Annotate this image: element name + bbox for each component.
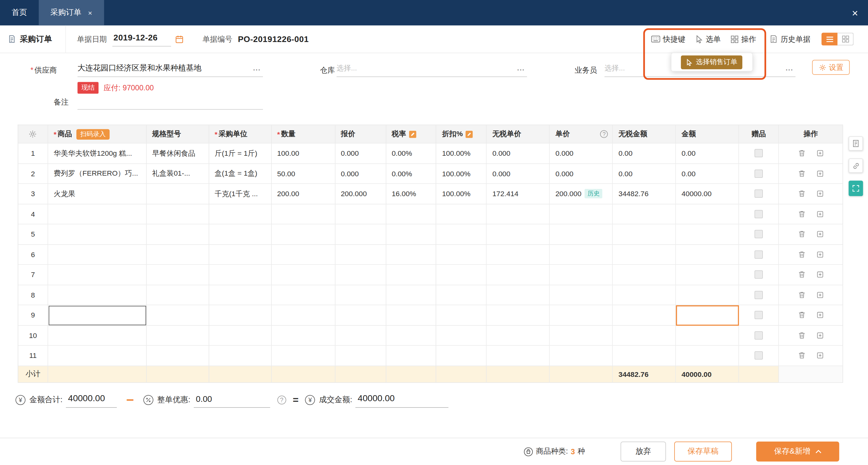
cell-unit-price[interactable] bbox=[550, 285, 613, 305]
cell-spec[interactable] bbox=[147, 244, 209, 265]
cell-notax-price[interactable] bbox=[487, 224, 550, 244]
history-badge[interactable]: 历史 bbox=[585, 189, 602, 198]
delete-row-icon[interactable] bbox=[797, 250, 806, 258]
cell-unit[interactable] bbox=[209, 305, 272, 325]
gift-checkbox[interactable] bbox=[755, 230, 763, 238]
window-close-icon[interactable]: × bbox=[852, 7, 858, 18]
add-copy-row-icon[interactable] bbox=[816, 270, 824, 279]
cell-qty[interactable]: 50.00 bbox=[272, 164, 336, 184]
doc-date-input[interactable]: 2019-12-26 bbox=[112, 32, 171, 47]
cell-amount[interactable]: 0.00 bbox=[676, 143, 739, 164]
cell-tax[interactable]: 0.00% bbox=[386, 143, 436, 164]
cell-qty[interactable] bbox=[272, 224, 336, 244]
cell-unit[interactable] bbox=[209, 346, 272, 366]
cell-notax-price[interactable] bbox=[487, 244, 550, 265]
cell-unit-price[interactable] bbox=[550, 244, 613, 265]
cell-discount[interactable]: 100.00% bbox=[436, 143, 487, 164]
cell-amount[interactable] bbox=[676, 265, 739, 285]
cell-tax[interactable] bbox=[386, 285, 436, 305]
edit-discount-icon[interactable] bbox=[466, 130, 473, 138]
cell-quote[interactable] bbox=[335, 265, 386, 285]
cell-quote[interactable] bbox=[335, 346, 386, 366]
delete-row-icon[interactable] bbox=[797, 210, 806, 218]
cell-qty[interactable] bbox=[272, 305, 336, 325]
cell-spec[interactable] bbox=[147, 184, 209, 204]
column-settings-header[interactable] bbox=[18, 125, 48, 143]
expand-tool-button[interactable] bbox=[849, 181, 863, 196]
cell-spec[interactable] bbox=[147, 285, 209, 305]
select-sales-order-button[interactable]: 选择销售订单 bbox=[681, 55, 742, 69]
history-documents-button[interactable]: 历史单据 bbox=[770, 34, 811, 44]
add-copy-row-icon[interactable] bbox=[816, 331, 824, 339]
cell-notax-amount[interactable]: 0.00 bbox=[613, 143, 676, 164]
add-copy-row-icon[interactable] bbox=[816, 149, 824, 157]
cell-amount[interactable] bbox=[676, 204, 739, 224]
add-copy-row-icon[interactable] bbox=[816, 351, 824, 359]
cell-spec[interactable] bbox=[147, 325, 209, 346]
cell-tax[interactable] bbox=[386, 325, 436, 346]
save-draft-button[interactable]: 保存草稿 bbox=[674, 442, 732, 462]
link-tool-button[interactable] bbox=[849, 158, 863, 173]
gift-checkbox[interactable] bbox=[755, 169, 763, 177]
add-copy-row-icon[interactable] bbox=[816, 190, 824, 198]
cell-notax-price[interactable] bbox=[487, 285, 550, 305]
cell-notax-amount[interactable] bbox=[613, 265, 676, 285]
cell-quote[interactable]: 200.000 bbox=[335, 184, 386, 204]
cell-notax-amount[interactable] bbox=[613, 305, 676, 325]
cell-discount[interactable] bbox=[436, 305, 487, 325]
cell-quote[interactable] bbox=[335, 224, 386, 244]
list-view-toggle[interactable] bbox=[822, 32, 838, 45]
page-tab-purchase-order[interactable]: 采购订单 bbox=[0, 26, 66, 53]
cell-product[interactable] bbox=[48, 224, 147, 244]
cell-notax-amount[interactable] bbox=[613, 244, 676, 265]
cell-discount[interactable] bbox=[436, 244, 487, 265]
cell-notax-price[interactable] bbox=[487, 265, 550, 285]
cell-product[interactable]: 火龙果 bbox=[48, 184, 147, 204]
cell-quote[interactable] bbox=[335, 204, 386, 224]
cell-notax-price[interactable] bbox=[487, 325, 550, 346]
cell-unit[interactable] bbox=[209, 244, 272, 265]
grid-view-toggle[interactable] bbox=[838, 32, 854, 45]
delete-row-icon[interactable] bbox=[797, 149, 806, 157]
cell-unit-price[interactable] bbox=[550, 346, 613, 366]
cell-notax-amount[interactable]: 34482.76 bbox=[613, 184, 676, 204]
cell-notax-price[interactable]: 0.000 bbox=[487, 164, 550, 184]
cell-qty[interactable] bbox=[272, 325, 336, 346]
cell-notax-amount[interactable] bbox=[613, 204, 676, 224]
cell-notax-price[interactable] bbox=[487, 204, 550, 224]
gift-checkbox[interactable] bbox=[755, 250, 763, 258]
cell-spec[interactable]: 早餐休闲食品 bbox=[147, 143, 209, 164]
gift-checkbox[interactable] bbox=[755, 291, 763, 299]
cell-discount[interactable]: 100.00% bbox=[436, 184, 487, 204]
salesperson-more-button[interactable]: ... bbox=[783, 64, 796, 72]
cell-amount[interactable]: 40000.00 bbox=[676, 184, 739, 204]
gift-checkbox[interactable] bbox=[755, 331, 763, 339]
cell-unit[interactable]: 千克(1千克 ... bbox=[209, 184, 272, 204]
save-and-new-button[interactable]: 保存&新增 bbox=[756, 442, 839, 462]
delete-row-icon[interactable] bbox=[797, 311, 806, 319]
cell-discount[interactable] bbox=[436, 285, 487, 305]
delete-row-icon[interactable] bbox=[797, 169, 806, 177]
cell-tax[interactable]: 16.00% bbox=[386, 184, 436, 204]
order-discount-input[interactable]: 0.00 bbox=[193, 393, 270, 407]
delete-row-icon[interactable] bbox=[797, 230, 806, 238]
delete-row-icon[interactable] bbox=[797, 190, 806, 198]
cell-unit[interactable] bbox=[209, 325, 272, 346]
cell-quote[interactable] bbox=[335, 285, 386, 305]
gift-checkbox[interactable] bbox=[755, 351, 763, 359]
cell-unit[interactable] bbox=[209, 204, 272, 224]
cell-quote[interactable] bbox=[335, 325, 386, 346]
delete-row-icon[interactable] bbox=[797, 270, 806, 279]
edit-tax-icon[interactable] bbox=[409, 130, 416, 138]
cell-product[interactable] bbox=[48, 204, 147, 224]
cell-notax-amount[interactable] bbox=[613, 224, 676, 244]
cell-tax[interactable] bbox=[386, 204, 436, 224]
cell-spec[interactable] bbox=[147, 265, 209, 285]
cell-notax-price[interactable]: 172.414 bbox=[487, 184, 550, 204]
cell-qty[interactable] bbox=[272, 285, 336, 305]
cell-amount[interactable] bbox=[676, 224, 739, 244]
cell-tax[interactable] bbox=[386, 305, 436, 325]
cell-product[interactable] bbox=[48, 265, 147, 285]
cell-unit-price[interactable]: 200.000历史 bbox=[550, 184, 613, 204]
cell-unit-price[interactable] bbox=[550, 305, 613, 325]
